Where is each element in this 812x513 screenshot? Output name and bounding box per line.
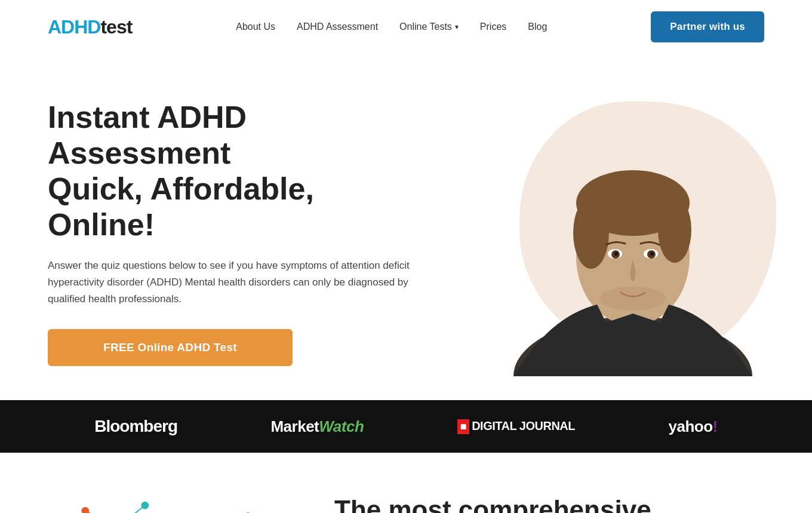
- nav-about-us[interactable]: About Us: [236, 21, 275, 32]
- svg-line-19: [118, 505, 144, 513]
- hero-title: Instant ADHD Assessment Quick, Affordabl…: [48, 100, 418, 242]
- site-logo[interactable]: ADHDtest: [48, 16, 132, 38]
- nav-online-tests[interactable]: Online Tests: [399, 21, 459, 32]
- cta-button[interactable]: FREE Online ADHD Test: [48, 329, 293, 366]
- svg-line-18: [85, 511, 118, 513]
- bloomberg-logo: Bloomberg: [94, 417, 177, 436]
- nav-links: About Us ADHD Assessment Online Tests Pr…: [236, 21, 547, 32]
- digitaljournal-logo: ■DIGITAL JOURNAL: [457, 419, 575, 434]
- logo-test: test: [100, 16, 132, 38]
- svg-point-12: [600, 287, 666, 311]
- hero-image-area: [454, 90, 764, 376]
- nav-adhd-assessment[interactable]: ADHD Assessment: [297, 21, 378, 32]
- navbar: ADHDtest About Us ADHD Assessment Online…: [0, 0, 812, 54]
- bottom-text: The most comprehensive ADHD test availab…: [334, 494, 667, 513]
- svg-point-10: [614, 252, 618, 256]
- nav-prices[interactable]: Prices: [480, 21, 506, 32]
- nav-blog[interactable]: Blog: [528, 21, 547, 32]
- svg-point-25: [141, 502, 149, 509]
- svg-point-24: [81, 507, 89, 513]
- marketwatch-logo: MarketWatch: [270, 417, 364, 436]
- bottom-title: The most comprehensive ADHD test availab…: [334, 494, 667, 513]
- svg-point-11: [650, 252, 654, 256]
- hero-person-svg: [502, 102, 764, 376]
- yahoo-logo: yahoo!: [668, 417, 717, 436]
- hero-section: Instant ADHD Assessment Quick, Affordabl…: [0, 54, 812, 400]
- network-svg: [48, 494, 275, 513]
- partner-button[interactable]: Partner with us: [651, 11, 764, 42]
- logo-adhd: ADHD: [48, 16, 100, 38]
- network-graphic: [48, 494, 287, 513]
- hero-description: Answer the quiz questions below to see i…: [48, 257, 418, 308]
- svg-point-4: [573, 197, 609, 269]
- svg-point-5: [658, 197, 691, 263]
- hero-text: Instant ADHD Assessment Quick, Affordabl…: [48, 100, 418, 365]
- bottom-section: The most comprehensive ADHD test availab…: [0, 453, 812, 513]
- press-bar: Bloomberg MarketWatch ■DIGITAL JOURNAL y…: [0, 400, 812, 453]
